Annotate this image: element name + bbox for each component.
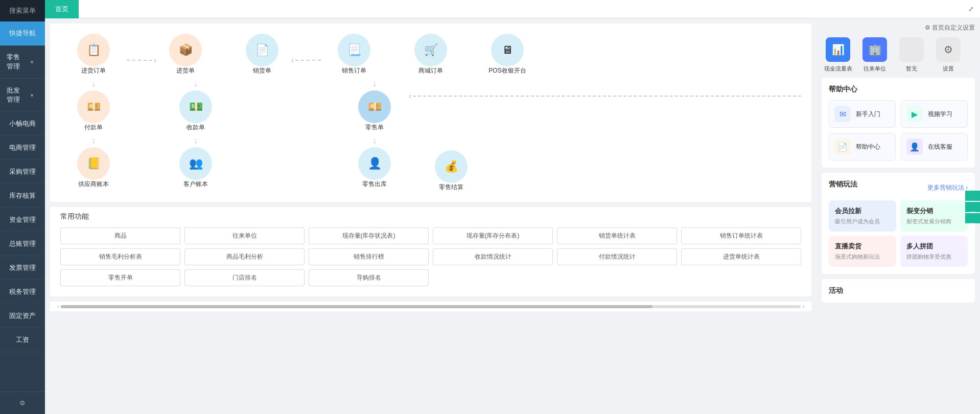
func-btn-14[interactable]: 导购排名 [309,269,429,286]
marketing-grid: 会员拉新 吸引用户成为会员 裂变分销 裂变式发展分销商 直播卖货 场景式购物新玩… [829,200,968,267]
scroll-right-arrow[interactable]: › [801,304,806,309]
expand-button[interactable]: ⤢ [962,5,980,13]
func-btn-10[interactable]: 付款情况统计 [557,248,677,265]
activity-section: 活动 [822,279,975,303]
shoukuandan-label: 收款单 [186,123,205,132]
sidebar-item-fapiaoguanli[interactable]: 发票管理 [0,256,45,280]
node-pos[interactable]: 🖥 POS收银开台 [474,34,541,75]
func-btn-2[interactable]: 现存量(库存状况表) [309,227,429,244]
sidebar-item-gongzi[interactable]: 工资 [0,328,45,352]
node-xiaoshoudingdan[interactable]: 📃 销售订单 [321,34,387,75]
sidebar-item-gudingzichan[interactable]: 固定资产 [0,304,45,328]
sidebar-item-kucunhesuan[interactable]: 库存核算 [0,184,45,208]
scrollbar-area: ‹ › [50,302,811,311]
v-arrow-1b: ↓ [91,136,96,145]
scrollbar-thumb[interactable] [61,305,652,308]
fukuandan-icon: 💴 [77,90,110,123]
pintuan-title: 多人拼团 [906,242,962,251]
node-lingshaoiesuan[interactable]: 💰 零售结算 [418,136,484,192]
node-jinhuodan[interactable]: 📦 进货单 [152,34,219,75]
xianjinliuliang-icon: 📊 [826,37,850,62]
node-xiaohuodan[interactable]: 📄 销货单 [229,34,295,75]
float-btn-shequ[interactable]: 服务社区 [965,202,980,212]
pintuan-desc: 拼团购物享受优惠 [906,253,962,261]
func-btn-3[interactable]: 现存量(库存分布表) [433,227,553,244]
marketing-more-link[interactable]: 更多营销玩法 › [927,183,968,192]
gongyingshangzhangben-label: 供应商账本 [78,180,109,189]
arrow-1-2: › [127,60,152,61]
common-functions: 常用功能 商品 往来单位 现存量(库存状况表) 现存量(库存分布表) 销货单统计… [50,207,811,296]
sidebar-item-lingshougaunli[interactable]: 零售管理 ▾ [0,45,45,79]
help-item-shipin[interactable]: ▶ 视频学习 [901,100,968,128]
func-btn-11[interactable]: 进货单统计表 [681,248,801,265]
tab-home[interactable]: 首页 [45,0,79,18]
float-btn-kefu[interactable]: 客服热线 [965,191,980,201]
func-btn-0[interactable]: 商品 [60,227,180,244]
func-btn-4[interactable]: 销货单统计表 [557,227,677,244]
help-item-zaixiankefu[interactable]: 👤 在线客服 [901,133,968,160]
main-area: 首页 ⤢ 📋 进货订单 › [45,0,980,414]
help-zaixiankefu-label: 在线客服 [928,143,952,151]
func-btn-7[interactable]: 商品毛利分析 [184,248,305,265]
help-bangzhu-label: 帮助中心 [856,143,880,151]
float-btn-zhuomian[interactable]: 桌面快捷 [965,213,980,223]
gear-icon[interactable]: ⚙ [0,392,45,414]
sidebar-item-pifaguanli[interactable]: 批发管理 ▾ [0,79,45,112]
marketing-title: 营销玩法 [829,180,857,189]
node-lingshaochu[interactable]: ↓ 👤 零售出库 [341,136,408,189]
help-item-bangzhucenter[interactable]: 📄 帮助中心 [829,133,896,160]
func-btn-5[interactable]: 销售订单统计表 [681,227,801,244]
jinhuodingdan-icon: 📋 [77,34,110,66]
customize-header[interactable]: ⚙ 首页自定义设置 [822,24,975,32]
node-lingshaodan[interactable]: ↓ 💴 零售单 [341,79,408,132]
kehuzhangben-icon: 👥 [179,147,212,180]
marketing-item-liezhan[interactable]: 裂变分销 裂变式发展分销商 [900,200,968,232]
marketing-item-huiyuan[interactable]: 会员拉新 吸引用户成为会员 [829,200,896,232]
marketing-section: 营销玩法 更多营销玩法 › 会员拉新 吸引用户成为会员 裂变分销 裂变式发展分销… [822,173,975,274]
liebian-desc: 裂变式发展分销商 [906,218,962,225]
v-arrow-4: ↓ [372,79,377,88]
node-shou[interactable]: ↓ 💵 收款单 [162,79,229,132]
fukuandan-label: 付款单 [84,123,103,132]
func-btn-9[interactable]: 收款情况统计 [433,248,553,265]
quick-icon-wanglaidanwei[interactable]: 🏢 往来单位 [858,37,891,73]
node-kehuzhangben[interactable]: ↓ 👥 客户账本 [162,136,229,189]
left-panel: 📋 进货订单 › 📦 进货单 [45,18,816,414]
v-arrow-2b: ↓ [194,136,198,145]
node-jinhuodingdan[interactable]: 📋 进货订单 [60,34,127,75]
flow-section: 📋 进货订单 › 📦 进货单 [50,24,811,202]
scroll-left-arrow[interactable]: ‹ [55,304,61,309]
sidebar-item-kuaijie[interactable]: 快捷导航 [0,21,45,45]
help-xinshouru-label: 新手入门 [856,110,880,119]
quick-icon-shezhi[interactable]: ⚙ 设置 [932,37,965,73]
xiaohuodan-label: 销货单 [253,66,271,75]
lingshaochuku-label: 零售出库 [362,180,387,189]
content-area: 📋 进货订单 › 📦 进货单 [45,18,980,414]
quick-icons: 📊 现金流量表 🏢 往来单位 暂无 ⚙ 设置 [822,37,975,73]
lingshaochuku-icon: 👤 [358,147,391,180]
lingshaodan-label: 零售单 [365,123,384,132]
arrow-4-3: ‹ [295,60,321,61]
scrollbar-track[interactable] [61,305,800,308]
quick-icon-xianjinliuliang[interactable]: 📊 现金流量表 [822,37,854,73]
quick-icon-zanwu[interactable]: 暂无 [895,37,928,73]
sidebar-item-caigouguanli[interactable]: 采购管理 [0,160,45,184]
node-shangchengdingdan[interactable]: 🛒 商城订单 [398,34,464,75]
sidebar-item-shuiwuguanli[interactable]: 税务管理 [0,280,45,304]
sidebar: 搜索菜单 快捷导航 零售管理 ▾ 批发管理 ▾ 小畅电商 电商管理 采购管理 库… [0,0,45,414]
func-btn-8[interactable]: 销售排行榜 [309,248,429,265]
chevron-down-icon: ▾ [22,93,41,98]
func-btn-1[interactable]: 往来单位 [184,227,305,244]
sidebar-item-xiaochangdianshang[interactable]: 小畅电商 [0,112,45,136]
func-btn-13[interactable]: 门店排名 [184,269,305,286]
func-btn-6[interactable]: 销售毛利分析表 [60,248,180,265]
sidebar-item-zhangguanli[interactable]: 总账管理 [0,232,45,256]
sidebar-item-diansaanguanli[interactable]: 电商管理 [0,136,45,160]
help-item-xinshouru[interactable]: ✉ 新手入门 [829,100,896,128]
lingshaojiesuan-label: 零售结算 [439,183,463,192]
func-btn-12[interactable]: 零售开单 [60,269,180,286]
marketing-item-pintuan[interactable]: 多人拼团 拼团购物享受优惠 [900,236,968,267]
sidebar-search[interactable]: 搜索菜单 [0,0,45,21]
marketing-item-zhibo[interactable]: 直播卖货 场景式购物新玩法 [829,236,896,267]
sidebar-item-zijinguanli[interactable]: 资金管理 [0,208,45,232]
